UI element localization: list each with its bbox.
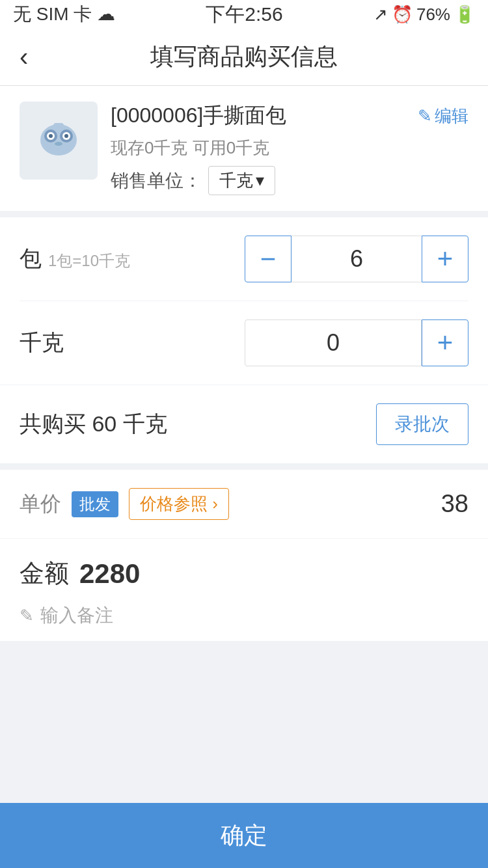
alarm-icon: ⏰ bbox=[392, 5, 413, 25]
summary-section: 共购买 60 千克 录批次 bbox=[0, 385, 488, 470]
edit-button[interactable]: ✎ 编辑 bbox=[418, 105, 468, 128]
qty-input-bag[interactable] bbox=[291, 236, 422, 282]
quantity-row-bag: 包 1包=10千克 − + bbox=[20, 217, 468, 301]
pencil-icon: ✎ bbox=[20, 606, 34, 626]
product-logo bbox=[35, 114, 82, 168]
edit-icon: ✎ bbox=[418, 106, 432, 126]
svg-point-7 bbox=[55, 142, 62, 146]
qty-label-kg: 千克 bbox=[20, 328, 64, 358]
qty-input-kg[interactable] bbox=[245, 319, 422, 366]
amount-row: 金额 2280 bbox=[20, 557, 468, 590]
price-value: 38 bbox=[441, 490, 468, 518]
summary-unit: 千克 bbox=[123, 411, 167, 436]
qty-minus-bag[interactable]: − bbox=[245, 236, 291, 282]
note-placeholder: 输入备注 bbox=[40, 603, 113, 628]
summary-label: 共购买 bbox=[20, 411, 92, 436]
qty-hint-bag: 1包=10千克 bbox=[48, 251, 130, 271]
dropdown-icon: ▾ bbox=[256, 170, 264, 191]
product-stock: 现存0千克 可用0千克 bbox=[111, 137, 468, 159]
price-label: 单价 bbox=[20, 490, 61, 519]
battery-icon: 🔋 bbox=[454, 5, 475, 25]
amount-label: 金额 bbox=[20, 557, 69, 590]
status-left: 无 SIM 卡 ☁ bbox=[13, 2, 115, 27]
product-header: [0000006]手撕面包 ✎ 编辑 bbox=[111, 102, 468, 130]
page-title: 填写商品购买信息 bbox=[150, 41, 338, 73]
status-time: 下午2:56 bbox=[206, 1, 282, 28]
qty-control-bag: − + bbox=[245, 236, 468, 282]
edit-label: 编辑 bbox=[435, 105, 468, 128]
qty-unit-bag: 包 bbox=[20, 244, 42, 274]
unit-value: 千克 bbox=[219, 169, 253, 192]
unit-selector[interactable]: 千克 ▾ bbox=[208, 166, 275, 195]
qty-plus-kg[interactable]: + bbox=[422, 319, 468, 366]
amount-section: 金额 2280 ✎ 输入备注 bbox=[0, 539, 488, 641]
confirm-bar[interactable]: 确定 bbox=[0, 803, 488, 868]
location-icon: ↗ bbox=[373, 5, 388, 25]
svg-point-6 bbox=[64, 134, 68, 138]
price-ref-button[interactable]: 价格参照 › bbox=[129, 488, 229, 520]
note-row[interactable]: ✎ 输入备注 bbox=[20, 603, 468, 628]
product-section: [0000006]手撕面包 ✎ 编辑 现存0千克 可用0千克 销售单位： 千克 … bbox=[0, 86, 488, 217]
amount-value: 2280 bbox=[79, 558, 140, 590]
price-section: 单价 批发 价格参照 › 38 bbox=[0, 470, 488, 539]
product-image bbox=[20, 102, 98, 180]
svg-rect-8 bbox=[53, 123, 64, 128]
product-info: [0000006]手撕面包 ✎ 编辑 现存0千克 可用0千克 销售单位： 千克 … bbox=[111, 102, 468, 195]
svg-point-5 bbox=[49, 134, 53, 138]
battery-label: 76% bbox=[416, 5, 450, 25]
qty-plus-bag[interactable]: + bbox=[422, 236, 468, 282]
qty-unit-kg: 千克 bbox=[20, 328, 64, 358]
status-right: ↗ ⏰ 76% 🔋 bbox=[373, 5, 475, 25]
summary-value: 60 bbox=[92, 411, 116, 436]
confirm-button[interactable]: 确定 bbox=[221, 820, 267, 852]
quantity-section: 包 1包=10千克 − + 千克 + bbox=[0, 217, 488, 385]
qty-label-bag: 包 1包=10千克 bbox=[20, 244, 130, 274]
product-unit: 销售单位： 千克 ▾ bbox=[111, 166, 468, 195]
status-bar: 无 SIM 卡 ☁ 下午2:56 ↗ ⏰ 76% 🔋 bbox=[0, 0, 488, 29]
unit-label: 销售单位： bbox=[111, 169, 202, 193]
price-badge: 批发 bbox=[72, 491, 118, 517]
qty-control-kg: + bbox=[245, 319, 468, 366]
nav-bar: ‹ 填写商品购买信息 bbox=[0, 29, 488, 86]
batch-button[interactable]: 录批次 bbox=[376, 403, 468, 445]
quantity-row-kg: 千克 + bbox=[20, 301, 468, 385]
product-name: [0000006]手撕面包 bbox=[111, 102, 286, 130]
summary-text: 共购买 60 千克 bbox=[20, 409, 167, 439]
back-button[interactable]: ‹ bbox=[20, 42, 28, 72]
sim-label: 无 SIM 卡 ☁ bbox=[13, 2, 115, 27]
